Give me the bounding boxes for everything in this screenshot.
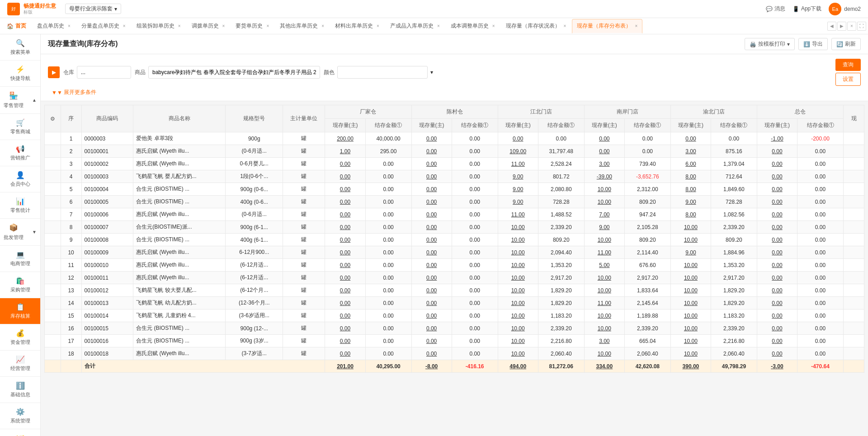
- cell-total-qty[interactable]: 0.00: [757, 297, 797, 309]
- cell-yubei-qty[interactable]: 3.00: [670, 145, 711, 158]
- user-menu[interactable]: Ea demo2: [829, 3, 861, 15]
- table-wrapper[interactable]: ⚙ 序 商品编码 商品名称 规格型号 主计量单位 厂家仓 陈村仓 江北门店 南岸…: [41, 101, 868, 436]
- cell-nanan-qty[interactable]: 10.00: [584, 347, 624, 360]
- cell-yubei-qty[interactable]: 10.00: [670, 272, 711, 284]
- summary-nanan-qty[interactable]: 334.00: [584, 360, 624, 373]
- cell-yubei-qty[interactable]: 10.00: [670, 221, 711, 234]
- cell-changjiaCun-qty[interactable]: 0.00: [325, 170, 365, 183]
- cell-chenCun-qty[interactable]: 0.00: [411, 145, 452, 158]
- cell-changjiaCun-qty[interactable]: 0.00: [325, 347, 365, 360]
- cell-yubei-qty[interactable]: 9.00: [670, 246, 711, 259]
- cell-total-qty[interactable]: 0.00: [757, 196, 797, 208]
- summary-jiangbei-qty[interactable]: 494.00: [498, 360, 538, 373]
- cell-jiangbei-qty[interactable]: 10.00: [498, 246, 538, 259]
- sidebar-item-retail-store[interactable]: 🛒 零售商城: [0, 114, 40, 140]
- sidebar-item-inventory[interactable]: 📋 库存核算: [0, 298, 40, 324]
- nav-prev[interactable]: ◀: [827, 22, 836, 31]
- tab-stock-dist[interactable]: 现存量（库存分布表） ×: [572, 19, 642, 33]
- expand-btn[interactable]: ▼▼ 展开更多条件: [52, 89, 96, 96]
- close-purchase-order[interactable]: ×: [266, 23, 269, 28]
- cell-changjiaCun-qty[interactable]: 0.00: [325, 208, 365, 221]
- message-btn[interactable]: 💬 消息: [766, 5, 785, 13]
- cell-changjiaCun-qty[interactable]: 0.00: [325, 309, 365, 322]
- cell-nanan-qty[interactable]: 10.00: [584, 234, 624, 246]
- sidebar-item-ecommerce[interactable]: 💻 电商管理: [0, 246, 40, 272]
- cell-yubei-qty[interactable]: 10.00: [670, 347, 711, 360]
- collapse-btn[interactable]: ▶: [48, 66, 60, 78]
- cell-changjiaCun-qty[interactable]: 0.00: [325, 158, 365, 170]
- cell-total-qty[interactable]: 0.00: [757, 208, 797, 221]
- cell-nanan-qty[interactable]: -39.00: [584, 170, 624, 183]
- cell-jiangbei-qty[interactable]: 10.00: [498, 335, 538, 347]
- close-stock-status[interactable]: ×: [564, 23, 566, 28]
- cell-nanan-qty[interactable]: 10.00: [584, 272, 624, 284]
- sidebar-item-operations[interactable]: 📈 经营管理: [0, 351, 40, 377]
- tab-purchase-order[interactable]: 要货单历史 ×: [231, 19, 274, 33]
- cell-jiangbei-qty[interactable]: 10.00: [498, 259, 538, 272]
- color-input[interactable]: [337, 66, 428, 79]
- cell-chenCun-qty[interactable]: 0.00: [411, 335, 452, 347]
- close-material-out[interactable]: ×: [377, 23, 379, 28]
- cell-total-qty[interactable]: 0.00: [757, 246, 797, 259]
- cell-yubei-qty[interactable]: 10.00: [670, 234, 711, 246]
- cell-total-qty[interactable]: 0.00: [757, 322, 797, 335]
- sidebar-item-enterprise-collab[interactable]: 🤝 企业协同: [0, 429, 40, 436]
- sidebar-item-system[interactable]: ⚙️ 系统管理: [0, 403, 40, 429]
- cell-changjiaCun-qty[interactable]: 0.00: [325, 246, 365, 259]
- cell-changjiaCun-qty[interactable]: 0.00: [325, 335, 365, 347]
- cell-yubei-qty[interactable]: 10.00: [670, 259, 711, 272]
- cell-total-qty[interactable]: 0.00: [757, 158, 797, 170]
- close-cost-adjust[interactable]: ×: [492, 23, 495, 28]
- cell-chenCun-qty[interactable]: 0.00: [411, 272, 452, 284]
- tab-material-out[interactable]: 材料出库单历史 ×: [330, 19, 384, 33]
- cell-jiangbei-qty[interactable]: 10.00: [498, 309, 538, 322]
- sidebar-item-marketing[interactable]: 📢 营销推广: [0, 140, 40, 166]
- product-input[interactable]: [148, 66, 320, 79]
- tab-inventory-count[interactable]: 盘点单历史 ×: [32, 19, 75, 33]
- cell-total-qty[interactable]: 0.00: [757, 335, 797, 347]
- cell-jiangbei-qty[interactable]: 10.00: [498, 272, 538, 284]
- settings-btn[interactable]: 设置: [835, 73, 861, 86]
- cell-yubei-qty[interactable]: 10.00: [670, 322, 711, 335]
- cell-nanan-qty[interactable]: 10.00: [584, 183, 624, 196]
- cell-chenCun-qty[interactable]: 0.00: [411, 183, 452, 196]
- tab-cost-adjust[interactable]: 成本调整单历史 ×: [446, 19, 500, 33]
- cell-total-qty[interactable]: 0.00: [757, 309, 797, 322]
- nav-next[interactable]: ▶: [837, 22, 846, 31]
- close-product-in[interactable]: ×: [437, 23, 440, 28]
- cell-chenCun-qty[interactable]: 0.00: [411, 221, 452, 234]
- cell-nanan-qty[interactable]: 0.00: [584, 145, 624, 158]
- close-split-count[interactable]: ×: [123, 23, 126, 28]
- cell-yubei-qty[interactable]: 8.00: [670, 170, 711, 183]
- sidebar-item-quick-nav[interactable]: ⚡ 快捷导航: [0, 61, 40, 87]
- query-btn[interactable]: 查询: [835, 59, 861, 71]
- cell-total-qty[interactable]: 0.00: [757, 170, 797, 183]
- cell-total-qty[interactable]: 0.00: [757, 272, 797, 284]
- close-inventory-count[interactable]: ×: [68, 23, 71, 28]
- cell-changjiaCun-qty[interactable]: 0.00: [325, 196, 365, 208]
- cell-total-qty[interactable]: 0.00: [757, 347, 797, 360]
- summary-changjiaCun-qty[interactable]: 201.00: [325, 360, 365, 373]
- cell-jiangbei-qty[interactable]: 10.00: [498, 221, 538, 234]
- cell-jiangbei-qty[interactable]: 0.00: [498, 132, 538, 145]
- close-combo[interactable]: ×: [178, 23, 181, 28]
- refresh-btn[interactable]: 🔄 刷新: [831, 38, 861, 50]
- cell-chenCun-qty[interactable]: 0.00: [411, 259, 452, 272]
- cell-jiangbei-qty[interactable]: 11.00: [498, 158, 538, 170]
- print-btn[interactable]: 🖨️ 按模板打印 ▾: [745, 38, 795, 50]
- cell-chenCun-qty[interactable]: 0.00: [411, 309, 452, 322]
- cell-jiangbei-qty[interactable]: 10.00: [498, 297, 538, 309]
- cell-jiangbei-qty[interactable]: 10.00: [498, 322, 538, 335]
- tab-combo[interactable]: 组装拆卸单历史 ×: [132, 19, 186, 33]
- cell-chenCun-qty[interactable]: 0.00: [411, 208, 452, 221]
- cell-yubei-qty[interactable]: 0.00: [670, 132, 711, 145]
- cell-nanan-qty[interactable]: 10.00: [584, 284, 624, 297]
- cell-jiangbei-qty[interactable]: 10.00: [498, 284, 538, 297]
- cell-total-qty[interactable]: 0.00: [757, 234, 797, 246]
- cell-yubei-qty[interactable]: 10.00: [670, 284, 711, 297]
- tab-other-out[interactable]: 其他出库单历史 ×: [275, 19, 329, 33]
- cell-jiangbei-qty[interactable]: 11.00: [498, 208, 538, 221]
- cell-changjiaCun-qty[interactable]: 0.00: [325, 284, 365, 297]
- cell-total-qty[interactable]: 0.00: [757, 259, 797, 272]
- cell-total-qty[interactable]: -1.00: [757, 132, 797, 145]
